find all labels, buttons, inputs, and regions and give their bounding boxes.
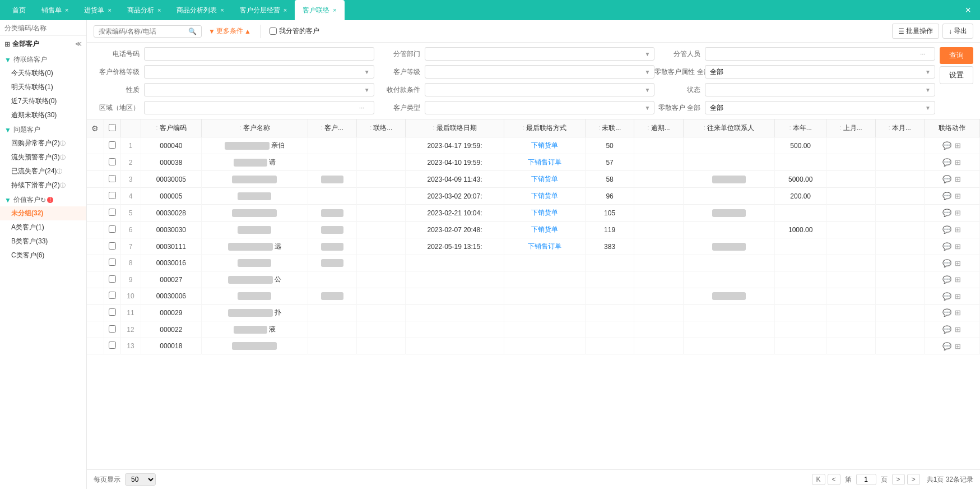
more-icon[interactable]: ⊞ [955, 275, 961, 284]
tab-customer-contact[interactable]: 客户联络 × [295, 0, 344, 20]
last-page-btn[interactable]: > [907, 474, 920, 485]
row-select-checkbox[interactable] [109, 175, 116, 182]
more-icon[interactable]: ⊞ [955, 158, 961, 167]
row-checkbox[interactable] [104, 188, 120, 205]
row-checkbox[interactable] [104, 305, 120, 321]
row-select-checkbox[interactable] [109, 308, 116, 316]
row-select-checkbox[interactable] [109, 158, 116, 165]
more-icon[interactable]: ⊞ [955, 308, 961, 317]
overdue-header[interactable]: :逾期... [634, 119, 683, 137]
gear-column-header[interactable]: ⚙ [87, 119, 104, 137]
more-icon[interactable]: ⊞ [955, 242, 961, 251]
first-page-btn[interactable]: K [812, 474, 825, 485]
more-icon[interactable]: ⊞ [955, 175, 961, 183]
row-select-checkbox[interactable] [109, 292, 116, 299]
query-button[interactable]: 查询 [940, 47, 973, 64]
chat-icon[interactable]: 💬 [942, 308, 951, 317]
more-icon[interactable]: ⊞ [955, 325, 961, 334]
row-checkbox[interactable] [104, 338, 120, 354]
name-column-header[interactable]: :客户名称 [202, 119, 308, 137]
retail-customer-select[interactable]: 全部 [705, 101, 935, 114]
row-select-checkbox[interactable] [109, 259, 116, 266]
no-contact-header[interactable]: :未联... [585, 119, 634, 137]
row-checkbox[interactable] [104, 171, 120, 188]
sidebar-item-churned[interactable]: 已流失客户(24) ⓘ [0, 164, 86, 178]
sidebar-item-overdue-pending[interactable]: 逾期未联络(30) [0, 108, 86, 122]
sidebar-collapse-btn[interactable]: ≪ [75, 40, 82, 48]
contact-method-link[interactable]: 下销货单 [531, 209, 558, 216]
chat-icon[interactable]: 💬 [942, 175, 951, 183]
chat-icon[interactable]: 💬 [942, 225, 951, 234]
row-select-checkbox[interactable] [109, 275, 116, 283]
tab-goods-analysis-close[interactable]: × [157, 7, 161, 13]
price-level-select[interactable] [144, 65, 374, 79]
sidebar-item-7days-pending[interactable]: 近7天待联络(0) [0, 94, 86, 108]
chat-icon[interactable]: 💬 [942, 259, 951, 267]
reset-button[interactable]: 设置 [940, 66, 973, 84]
all-customers-header[interactable]: ⊞ 全部客户 ≪ [0, 36, 86, 52]
nature-select[interactable] [144, 83, 374, 96]
sidebar-item-repurchase-abnormal[interactable]: 回购异常客户(2) ⓘ [0, 136, 86, 150]
last-month-header[interactable]: :上月... [826, 119, 875, 137]
row-checkbox[interactable] [104, 288, 120, 305]
chat-icon[interactable]: 💬 [942, 292, 951, 301]
row-select-checkbox[interactable] [109, 141, 116, 149]
row-select-checkbox[interactable] [109, 342, 116, 349]
tab-purchase[interactable]: 进货单 × [76, 0, 119, 20]
search-icon[interactable]: 🔍 [188, 27, 197, 35]
tab-sales[interactable]: 销售单 × [34, 0, 76, 20]
sidebar-item-c-class[interactable]: C类客户(6) [0, 248, 86, 262]
tab-sales-close[interactable]: × [65, 7, 68, 13]
tab-goods-analysis-list[interactable]: 商品分析列表 × [169, 0, 231, 20]
chat-icon[interactable]: 💬 [942, 141, 951, 150]
more-icon[interactable]: ⊞ [955, 209, 961, 217]
tab-customer-contact-close[interactable]: × [333, 7, 336, 13]
sidebar-group-pending[interactable]: ▼ 待联络客户 [0, 52, 86, 66]
sidebar-item-unclassified[interactable]: 未分组(32) [0, 206, 86, 220]
next-page-btn[interactable]: > [892, 474, 905, 485]
my-customers-checkbox-wrap[interactable]: 我分管的客户 [270, 26, 319, 36]
last-contact-date-header[interactable]: :最后联络日期 [406, 119, 504, 137]
more-icon[interactable]: ⊞ [955, 141, 961, 150]
settings-icon[interactable]: ⚙ [91, 124, 99, 133]
row-checkbox[interactable] [104, 154, 120, 171]
payment-select[interactable] [425, 83, 655, 96]
chat-icon[interactable]: 💬 [942, 158, 951, 167]
tab-customer-segment[interactable]: 客户分层经营 × [232, 0, 295, 20]
contact-method-link[interactable]: 下销货单 [531, 175, 558, 183]
contact-column-header[interactable]: :联络... [356, 119, 405, 137]
sidebar-search-input[interactable] [4, 24, 87, 32]
search-input[interactable] [99, 27, 188, 35]
contact-method-link[interactable]: 下销货单 [531, 225, 558, 233]
page-input[interactable] [856, 474, 876, 485]
more-icon[interactable]: ⊞ [955, 192, 961, 200]
sidebar-item-tomorrow-pending[interactable]: 明天待联络(1) [0, 80, 86, 94]
more-conditions-btn[interactable]: ▼ 更多条件 ▲ [208, 26, 251, 36]
row-checkbox[interactable] [104, 271, 120, 288]
tab-goods-analysis-list-close[interactable]: × [220, 7, 224, 13]
chat-icon[interactable]: 💬 [942, 325, 951, 334]
my-customers-checkbox[interactable] [270, 27, 277, 35]
sidebar-item-b-class[interactable]: B类客户(33) [0, 234, 86, 248]
contact-method-link[interactable]: 下销货单 [531, 141, 558, 149]
tab-goods-analysis[interactable]: 商品分析 × [119, 0, 169, 20]
checkbox-column-header[interactable] [104, 119, 120, 137]
sidebar-item-a-class[interactable]: A类客户(1) [0, 220, 86, 234]
chat-icon[interactable]: 💬 [942, 192, 951, 200]
page-size-select[interactable]: 10 20 50 100 [125, 473, 156, 486]
region-dots[interactable]: ··· [355, 104, 369, 112]
tab-purchase-close[interactable]: × [108, 7, 111, 13]
more-icon[interactable]: ⊞ [955, 342, 961, 350]
more-icon[interactable]: ⊞ [955, 259, 961, 267]
contact-method-link[interactable]: 下销售订单 [528, 242, 561, 250]
select-all-checkbox[interactable] [109, 124, 116, 131]
last-contact-method-header[interactable]: :最后联络方式 [504, 119, 585, 137]
refresh-icon[interactable]: ↻ [40, 196, 46, 204]
close-all-tabs[interactable]: × [960, 4, 976, 16]
row-checkbox[interactable] [104, 321, 120, 338]
manager-dots[interactable]: ··· [916, 50, 930, 58]
sidebar-item-today-pending[interactable]: 今天待联络(0) [0, 66, 86, 80]
sidebar-item-churn-warning[interactable]: 流失预警客户(3) ⓘ [0, 150, 86, 164]
chat-icon[interactable]: 💬 [942, 342, 951, 350]
dept-select[interactable] [425, 47, 655, 61]
